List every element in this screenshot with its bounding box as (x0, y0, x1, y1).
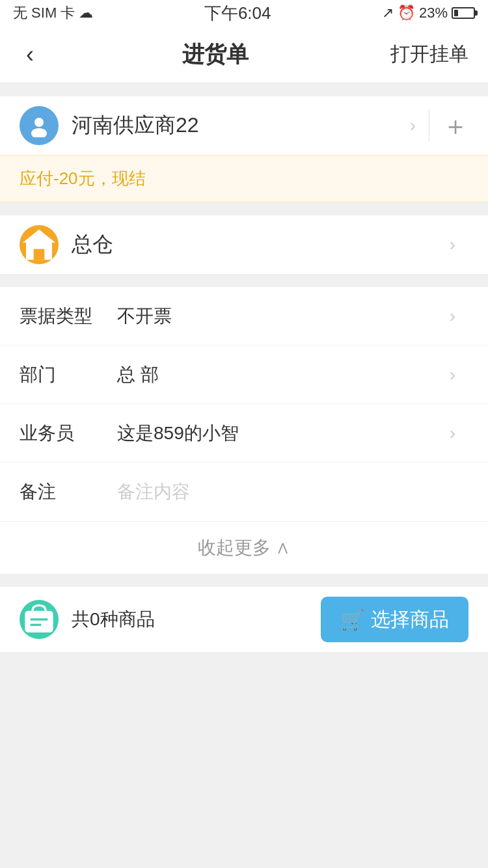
alarm-icon: ⏰ (398, 5, 415, 21)
department-row[interactable]: 部门 总 部 › (0, 346, 488, 404)
remark-row[interactable]: 备注 备注内容 (0, 463, 488, 521)
product-svg-icon (20, 600, 59, 639)
remark-label: 备注 (20, 480, 98, 504)
content-area: 河南供应商22 › ＋ 应付-20元，现结 总仓 › 票据类型 不开票 › 部门… (0, 83, 488, 847)
status-right: ↗ ⏰ 23% (382, 5, 475, 21)
salesperson-chevron-icon: › (450, 423, 455, 444)
warehouse-svg-icon (20, 225, 59, 264)
collapse-row[interactable]: 收起更多 ∧ (0, 522, 488, 574)
supplier-name: 河南供应商22 (72, 111, 410, 140)
select-product-button[interactable]: 🛒 选择商品 (321, 597, 468, 642)
supplier-chevron-icon: › (410, 115, 416, 136)
department-label: 部门 (20, 362, 98, 387)
department-chevron-icon: › (450, 364, 455, 385)
form-card: 票据类型 不开票 › 部门 总 部 › 业务员 这是859的小智 › 备注 备注… (0, 287, 488, 521)
select-product-label: 选择商品 (371, 606, 449, 633)
back-button[interactable]: ‹ (20, 34, 40, 75)
select-product-icon: 🛒 (340, 608, 364, 631)
supplier-card: 河南供应商22 › ＋ 应付-20元，现结 (0, 96, 488, 202)
page-footer (0, 652, 488, 847)
warehouse-chevron-icon: › (450, 234, 455, 255)
svg-point-0 (34, 118, 44, 127)
add-supplier-button[interactable]: ＋ (442, 108, 468, 144)
svg-marker-3 (23, 230, 55, 243)
notice-bar: 应付-20元，现结 (0, 155, 488, 202)
svg-rect-5 (25, 611, 53, 632)
department-value: 总 部 (98, 362, 450, 387)
warehouse-icon (20, 225, 59, 264)
svg-rect-6 (31, 618, 48, 620)
battery-percent: 23% (419, 5, 448, 21)
warehouse-name: 总仓 (72, 230, 450, 259)
salesperson-label: 业务员 (20, 421, 98, 446)
nav-bar: ‹ 进货单 打开挂单 (0, 26, 488, 83)
supplier-row[interactable]: 河南供应商22 › ＋ (0, 96, 488, 155)
open-pending-button[interactable]: 打开挂单 (390, 41, 468, 68)
page-title: 进货单 (182, 40, 249, 70)
sim-status: 无 SIM 卡 ☁ (13, 3, 93, 23)
product-icon (20, 600, 59, 639)
invoice-type-label: 票据类型 (20, 304, 98, 329)
invoice-type-value: 不开票 (98, 304, 450, 329)
section-gap-1 (0, 83, 488, 96)
vertical-divider (429, 109, 429, 142)
svg-rect-4 (34, 249, 45, 260)
invoice-type-chevron-icon: › (450, 306, 455, 327)
warehouse-row[interactable]: 总仓 › (0, 215, 488, 274)
salesperson-value: 这是859的小智 (98, 421, 450, 446)
avatar-icon (27, 114, 51, 137)
status-left: 无 SIM 卡 ☁ (13, 3, 93, 23)
product-count: 共0种商品 (72, 607, 321, 632)
remark-placeholder: 备注内容 (98, 480, 468, 504)
supplier-avatar (20, 106, 59, 145)
location-icon: ↗ (382, 5, 394, 21)
invoice-type-row[interactable]: 票据类型 不开票 › (0, 287, 488, 346)
bottom-bar: 共0种商品 🛒 选择商品 (0, 587, 488, 652)
battery-icon (452, 7, 475, 19)
status-time: 下午6:04 (204, 2, 271, 25)
svg-point-1 (31, 128, 47, 137)
svg-rect-7 (31, 624, 42, 626)
status-bar: 无 SIM 卡 ☁ 下午6:04 ↗ ⏰ 23% (0, 0, 488, 26)
salesperson-row[interactable]: 业务员 这是859的小智 › (0, 404, 488, 463)
